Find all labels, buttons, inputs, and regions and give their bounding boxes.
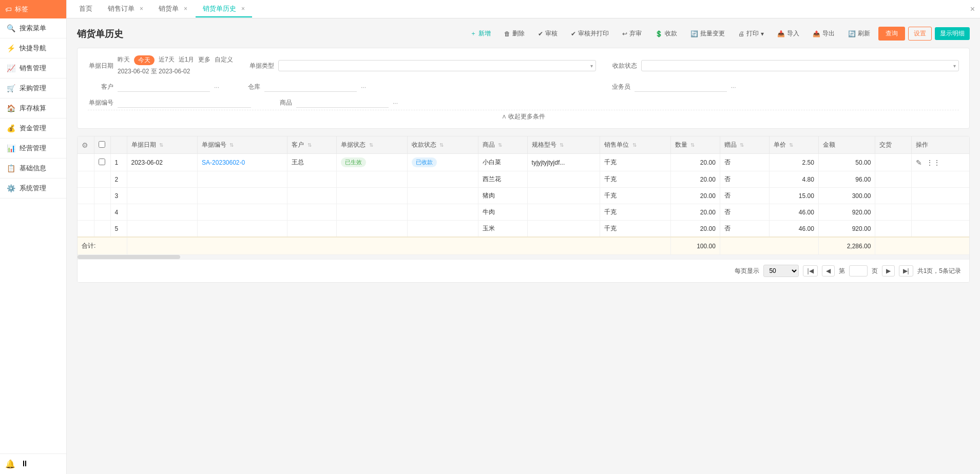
sidebar-item-basic-info[interactable]: 📋 基础信息	[0, 159, 66, 179]
col-customer[interactable]: 客户 ⇅	[287, 136, 337, 154]
col-doc-status[interactable]: 单据状态 ⇅	[337, 136, 408, 154]
page-size-select[interactable]: 50 100 200	[763, 265, 799, 277]
more-conditions-label: ∧ 收起更多条件	[502, 112, 545, 121]
more-conditions-toggle[interactable]: ∧ 收起更多条件	[88, 110, 959, 123]
warehouse-input[interactable]	[264, 82, 357, 92]
product-input[interactable]	[296, 98, 389, 108]
abandon-icon: ↩	[622, 30, 627, 37]
import-button[interactable]: 📥 导入	[772, 27, 804, 40]
row4-checkbox	[94, 204, 110, 221]
row2-payment-status	[408, 171, 478, 188]
table-scrollbar[interactable]	[78, 255, 969, 259]
prev-page-button[interactable]: ◀	[822, 265, 835, 276]
product-select-icon[interactable]: ···	[393, 100, 398, 107]
summary-row: 合计: 100.00 2,286.00	[78, 237, 969, 255]
yesterday-shortcut[interactable]: 昨天	[118, 55, 130, 65]
row1-spec: tyjyjtyjtyjdf...	[527, 154, 600, 171]
row3-settings	[78, 188, 94, 204]
sidebar-item-finance[interactable]: 💰 资金管理	[0, 118, 66, 139]
lightning-icon: ⚡	[6, 44, 15, 53]
page-number-input[interactable]: 1	[849, 265, 868, 276]
next-page-button[interactable]: ▶	[882, 265, 895, 276]
display-detail-button[interactable]: 显示明细	[935, 27, 970, 40]
col-qty[interactable]: 数量 ⇅	[670, 136, 720, 154]
col-settings: ⚙	[78, 136, 94, 154]
today-shortcut[interactable]: 今天	[134, 55, 155, 65]
row5-trade	[875, 221, 912, 238]
tab-home[interactable]: 首页	[72, 1, 100, 17]
export-button[interactable]: 📤 导出	[808, 27, 840, 40]
more-shortcut[interactable]: 更多	[198, 55, 210, 65]
col-spec[interactable]: 规格型号 ⇅	[527, 136, 600, 154]
date-range-display: 2023-06-02 至 2023-06-02	[118, 67, 233, 76]
last-page-button[interactable]: ▶|	[899, 265, 913, 276]
last7-shortcut[interactable]: 近7天	[159, 55, 175, 65]
batch-change-button[interactable]: 🔄 批量变更	[685, 27, 730, 40]
col-unit[interactable]: 销售单位 ⇅	[600, 136, 671, 154]
tab-sales-history-label: 销货单历史	[203, 4, 236, 13]
sidebar-item-purchase[interactable]: 🛒 采购管理	[0, 78, 66, 98]
col-gift[interactable]: 赠品 ⇅	[720, 136, 769, 154]
pause-icon[interactable]: ⏸	[21, 459, 29, 469]
row3-gift: 否	[720, 188, 769, 204]
refresh-button[interactable]: 🔄 刷新	[843, 27, 875, 40]
row1-doc-no-link[interactable]: SA-20230602-0	[202, 159, 245, 166]
salesperson-input[interactable]	[635, 82, 727, 92]
print-button[interactable]: 🖨 打印 ▾	[733, 27, 769, 40]
select-all-checkbox[interactable]	[99, 141, 105, 148]
col-doc-no[interactable]: 单据编号 ⇅	[198, 136, 287, 154]
tab-sales-delivery[interactable]: 销货单 ×	[151, 1, 195, 17]
audit-print-button[interactable]: ✔ 审核并打印	[566, 27, 614, 40]
query-label: 查询	[886, 29, 898, 38]
query-button[interactable]: 查询	[878, 27, 905, 41]
col-doc-status-label: 单据状态	[341, 141, 366, 148]
notification-icon[interactable]: 🔔	[5, 459, 15, 469]
salesperson-select-icon[interactable]: ···	[731, 84, 736, 91]
sidebar-item-inventory[interactable]: 🏠 库存核算	[0, 98, 66, 118]
tab-sales-delivery-label: 销货单	[159, 4, 179, 13]
row4-index: 4	[110, 204, 127, 221]
tab-sales-delivery-close[interactable]: ×	[184, 5, 187, 12]
col-price[interactable]: 单价 ⇅	[769, 136, 818, 154]
customer-select-icon[interactable]: ···	[214, 84, 219, 91]
tab-sales-history-close[interactable]: ×	[241, 5, 245, 12]
doc-no-input[interactable]	[118, 98, 251, 108]
row1-more-icon[interactable]: ⋮⋮	[926, 159, 940, 167]
payment-status-select[interactable]	[641, 60, 959, 71]
customer-input[interactable]	[118, 82, 210, 92]
collect-button[interactable]: 💲 收款	[650, 27, 682, 40]
last30-shortcut[interactable]: 近1月	[179, 55, 195, 65]
col-date[interactable]: 单据日期 ⇅	[127, 136, 198, 154]
tab-sales-order[interactable]: 销售订单 ×	[101, 1, 150, 17]
row4-doc-no	[198, 204, 287, 221]
tab-sales-history[interactable]: 销货单历史 ×	[196, 1, 252, 17]
sidebar-item-system[interactable]: ⚙️ 系统管理	[0, 179, 66, 199]
custom-shortcut[interactable]: 自定义	[215, 55, 233, 65]
doc-type-select[interactable]	[278, 60, 596, 71]
brand-label: 标签	[15, 5, 28, 14]
warehouse-select-icon[interactable]: ···	[361, 84, 366, 91]
settings-button[interactable]: 设置	[908, 27, 932, 41]
col-payment-status[interactable]: 收款状态 ⇅	[408, 136, 478, 154]
row2-date	[127, 171, 198, 188]
sidebar-item-quicknav[interactable]: ⚡ 快捷导航	[0, 38, 66, 58]
table-row: 4 牛肉 千克 20.00 否 46.00 920.00	[78, 204, 969, 221]
first-page-button[interactable]: |◀	[803, 265, 817, 276]
table-settings-icon[interactable]: ⚙	[82, 141, 88, 149]
new-button[interactable]: ＋ 新增	[465, 27, 496, 40]
row1-edit-icon[interactable]: ✎	[916, 159, 922, 167]
sidebar-item-sales[interactable]: 📈 销售管理	[0, 58, 66, 78]
sidebar-item-operations[interactable]: 📊 经营管理	[0, 139, 66, 159]
row3-actions	[912, 188, 969, 204]
tab-sales-order-close[interactable]: ×	[140, 5, 143, 12]
row5-payment-status	[408, 221, 478, 238]
audit-button[interactable]: ✔ 审核	[533, 27, 563, 40]
payment-status-filter: 收款状态	[611, 60, 959, 71]
row1-select-checkbox[interactable]	[99, 159, 105, 165]
close-all-tabs-button[interactable]: ×	[970, 5, 975, 14]
plus-icon: ＋	[470, 29, 476, 38]
abandon-button[interactable]: ↩ 弃审	[617, 27, 647, 40]
sidebar-item-search[interactable]: 🔍 搜索菜单	[0, 18, 66, 38]
col-product[interactable]: 商品 ⇅	[478, 136, 527, 154]
delete-button[interactable]: 🗑 删除	[499, 27, 530, 40]
